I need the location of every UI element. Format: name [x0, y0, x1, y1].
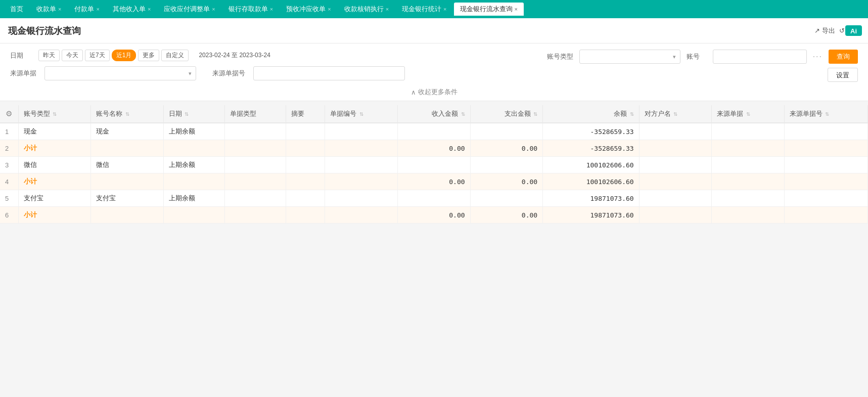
close-icon[interactable]: ×: [515, 6, 518, 12]
sort-icon: ⇅: [630, 111, 634, 117]
col-doc-no-label: 单据编号: [330, 110, 356, 117]
nav-item-yushouying[interactable]: 预收冲应收单 ×: [280, 3, 337, 16]
doc-type-cell: [224, 140, 286, 157]
row-number: 1: [0, 123, 18, 140]
page-header: 现金银行流水查询 ↗ 导出 ↺ 刷新: [0, 18, 868, 43]
close-icon[interactable]: ×: [386, 6, 389, 12]
col-source-doc-no[interactable]: 来源单据号 ⇅: [784, 105, 867, 123]
col-expense-label: 支出金额: [505, 110, 531, 117]
nav-home[interactable]: 首页: [4, 3, 29, 16]
col-summary-label: 摘要: [291, 110, 304, 117]
col-counterpart[interactable]: 对方户名 ⇅: [639, 105, 712, 123]
col-account-name-label: 账号名称: [96, 110, 122, 117]
nav-item-xianjinyinhang[interactable]: 现金银行统计 ×: [396, 3, 452, 16]
date-btn-7days[interactable]: 近7天: [85, 50, 110, 61]
settings-button[interactable]: 设置: [828, 68, 858, 82]
expense-cell: 0.00: [470, 140, 543, 157]
source-doc-select[interactable]: ▾: [44, 66, 196, 80]
sort-icon: ⇅: [125, 111, 129, 117]
sort-icon: ⇅: [359, 111, 363, 117]
close-icon[interactable]: ×: [328, 6, 331, 12]
export-icon: ↗: [814, 27, 820, 34]
nav-item-shoudan[interactable]: 收款单 ×: [30, 3, 67, 16]
source-doc-row: 来源单据 ▾ 来源单据号: [10, 66, 531, 80]
row-number: 2: [0, 140, 18, 157]
col-expense[interactable]: 支出金额 ⇅: [470, 105, 543, 123]
close-icon[interactable]: ×: [58, 6, 61, 12]
date-btn-custom[interactable]: 自定义: [161, 50, 189, 61]
doc-type-cell: [224, 123, 286, 140]
account-name-cell: 微信: [91, 157, 164, 173]
account-type-label: 账号类型: [547, 52, 573, 61]
account-type-cell: 支付宝: [18, 190, 91, 207]
date-btn-1month[interactable]: 近1月: [112, 50, 136, 61]
col-summary[interactable]: 摘要: [286, 105, 325, 123]
balance-cell: -3528659.33: [543, 123, 639, 140]
close-icon[interactable]: ×: [443, 6, 446, 12]
account-name-cell: [91, 140, 164, 157]
col-doc-no[interactable]: 单据编号 ⇅: [325, 105, 398, 123]
sort-icon: ⇅: [825, 111, 829, 117]
filter-area: 日期 昨天 今天 近7天 近1月 更多 自定义 2023-02-24 至 202…: [0, 43, 868, 101]
collapse-bar[interactable]: ∧ 收起更多条件: [10, 85, 858, 97]
table-row: 3微信微信上期余额100102606.60: [0, 157, 868, 173]
nav-item-liushui[interactable]: 现金银行流水查询 ×: [454, 3, 524, 16]
date-cell: [163, 140, 224, 157]
summary-cell: [286, 190, 325, 207]
nav-item-yinhangcunqu[interactable]: 银行存取款单 ×: [222, 3, 279, 16]
close-icon[interactable]: ×: [212, 6, 215, 12]
table-row: 1现金现金上期余额-3528659.33: [0, 123, 868, 140]
col-source-doc[interactable]: 来源单据 ⇅: [712, 105, 785, 123]
col-account-name[interactable]: 账号名称 ⇅: [91, 105, 164, 123]
col-doc-type[interactable]: 单据类型: [224, 105, 286, 123]
nav-item-yingshouyingfu[interactable]: 应收应付调整单 ×: [158, 3, 221, 16]
source-doc-cell: [712, 123, 785, 140]
counterpart-cell: [639, 157, 712, 173]
date-label: 日期: [10, 51, 30, 60]
query-button[interactable]: 查询: [829, 50, 858, 64]
counterpart-cell: [639, 173, 712, 190]
nav-item-qitashoru[interactable]: 其他收入单 ×: [107, 3, 157, 16]
col-date[interactable]: 日期 ⇅: [163, 105, 224, 123]
account-type-cell: 小计: [18, 173, 91, 190]
export-button[interactable]: ↗ 导出: [814, 26, 835, 35]
page-title: 现金银行流水查询: [8, 25, 81, 37]
col-account-type-label: 账号类型: [24, 110, 50, 117]
close-icon[interactable]: ×: [270, 6, 273, 12]
source-doc-no-cell: [784, 190, 867, 207]
close-icon[interactable]: ×: [148, 6, 151, 12]
date-cell: [163, 207, 224, 224]
col-settings[interactable]: ⚙: [0, 105, 18, 123]
date-cell: 上期余额: [163, 190, 224, 207]
ai-badge[interactable]: Ai: [845, 25, 862, 36]
table-row: 4小计0.000.00100102606.60: [0, 173, 868, 190]
expense-cell: [470, 123, 543, 140]
source-doc-cell: [712, 207, 785, 224]
close-icon[interactable]: ×: [96, 6, 99, 12]
sort-icon: ⇅: [746, 111, 750, 117]
col-balance[interactable]: 余额 ⇅: [543, 105, 639, 123]
account-input[interactable]: [713, 50, 807, 64]
expense-cell: 0.00: [470, 207, 543, 224]
nav-item-fukuan[interactable]: 付款单 ×: [68, 3, 105, 16]
col-source-doc-label: 来源单据: [717, 110, 743, 117]
account-type-select[interactable]: ▾: [579, 50, 680, 64]
nav-item-shoukuan[interactable]: 收款核销执行 ×: [338, 3, 395, 16]
date-btn-more[interactable]: 更多: [138, 50, 159, 61]
sort-icon: ⇅: [673, 111, 677, 117]
source-doc-label: 来源单据: [10, 69, 36, 78]
balance-cell: 100102606.60: [543, 173, 639, 190]
date-cell: 上期余额: [163, 157, 224, 173]
balance-cell: 19871073.60: [543, 207, 639, 224]
doc-type-cell: [224, 207, 286, 224]
source-doc-no-input[interactable]: [253, 66, 405, 80]
date-btn-yesterday[interactable]: 昨天: [38, 50, 60, 61]
col-income[interactable]: 收入金额 ⇅: [398, 105, 471, 123]
col-account-type[interactable]: 账号类型 ⇅: [18, 105, 91, 123]
doc-no-cell: [325, 173, 398, 190]
more-options-button[interactable]: ···: [813, 52, 823, 61]
row-number: 3: [0, 157, 18, 173]
date-btn-today[interactable]: 今天: [62, 50, 83, 61]
counterpart-cell: [639, 123, 712, 140]
doc-type-cell: [224, 173, 286, 190]
